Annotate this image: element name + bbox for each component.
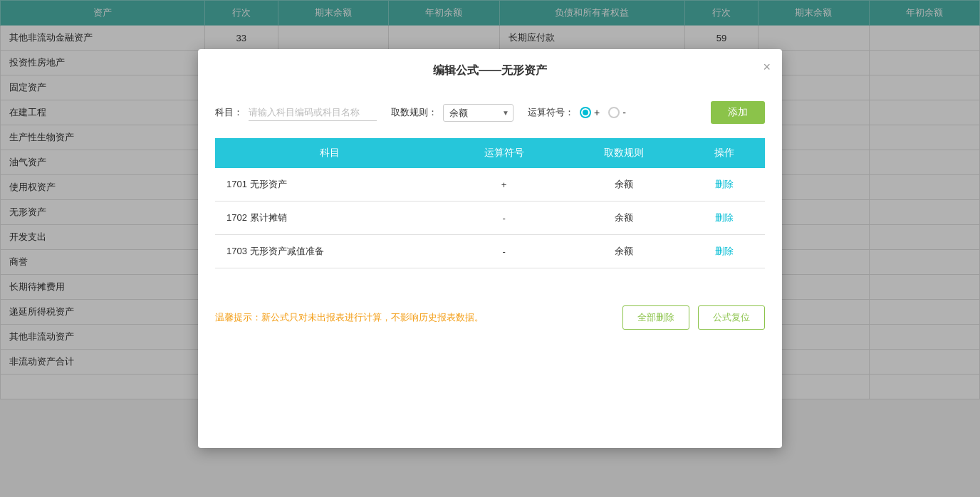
formula-table: 科目运算符号取数规则操作 1701 无形资产+余额删除1702 累计摊销-余额删…	[215, 138, 765, 268]
modal-title: 编辑公式——无形资产	[433, 64, 547, 76]
rule-select-wrapper: 余额借方贷方借方发生额贷方发生额 ▼	[443, 104, 514, 122]
modal-footer: 温馨提示：新公式只对未出报表进行计算，不影响历史报表数据。 全部删除 公式复位	[198, 294, 782, 344]
formula-row: 1703 无形资产减值准备-余额删除	[215, 235, 765, 268]
delete-row-button[interactable]: 删除	[715, 211, 734, 224]
formula-th: 科目	[215, 138, 444, 168]
formula-th: 运算符号	[444, 138, 564, 168]
delete-all-button[interactable]: 全部删除	[622, 305, 689, 330]
formula-table-header-row: 科目运算符号取数规则操作	[215, 138, 765, 168]
delete-row-button[interactable]: 删除	[715, 178, 734, 191]
radio-minus-circle	[608, 107, 620, 118]
formula-operator-cell: +	[444, 168, 564, 202]
formula-table-body: 1701 无形资产+余额删除1702 累计摊销-余额删除1703 无形资产减值准…	[215, 168, 765, 268]
rule-group: 取数规则： 余额借方贷方借方发生额贷方发生额 ▼	[391, 104, 514, 122]
operator-minus-radio[interactable]: -	[608, 107, 626, 118]
subject-input[interactable]	[249, 104, 377, 121]
close-button[interactable]: ×	[763, 61, 771, 73]
formula-subject-cell: 1703 无形资产减值准备	[215, 235, 444, 268]
formula-operator-cell: -	[444, 235, 564, 268]
formula-th: 操作	[683, 138, 765, 168]
formula-action-cell: 删除	[683, 235, 765, 268]
formula-operator-cell: -	[444, 202, 564, 235]
operator-radio-group: + -	[580, 107, 626, 118]
edit-formula-modal: 编辑公式——无形资产 × 科目： 取数规则： 余额借方贷方借方发生额贷方发生额 …	[198, 49, 782, 448]
footer-buttons: 全部删除 公式复位	[622, 305, 765, 330]
formula-subject-cell: 1701 无形资产	[215, 168, 444, 202]
modal-overlay: 编辑公式——无形资产 × 科目： 取数规则： 余额借方贷方借方发生额贷方发生额 …	[0, 0, 980, 497]
operator-label: 运算符号：	[528, 106, 574, 119]
footer-tip: 温馨提示：新公式只对未出报表进行计算，不影响历史报表数据。	[215, 311, 484, 324]
delete-row-button[interactable]: 删除	[715, 245, 734, 258]
modal-body: 科目： 取数规则： 余额借方贷方借方发生额贷方发生额 ▼ 运算符号：	[198, 90, 782, 294]
formula-rule-cell: 余额	[564, 202, 684, 235]
formula-rule-cell: 余额	[564, 168, 684, 202]
formula-subject-cell: 1702 累计摊销	[215, 202, 444, 235]
rule-select[interactable]: 余额借方贷方借方发生额贷方发生额	[443, 104, 514, 122]
formula-action-cell: 删除	[683, 168, 765, 202]
formula-th: 取数规则	[564, 138, 684, 168]
form-row: 科目： 取数规则： 余额借方贷方借方发生额贷方发生额 ▼ 运算符号：	[215, 101, 765, 124]
modal-header: 编辑公式——无形资产 ×	[198, 49, 782, 90]
operator-plus-radio[interactable]: +	[580, 107, 600, 118]
subject-label: 科目：	[215, 106, 243, 119]
formula-action-cell: 删除	[683, 202, 765, 235]
add-button[interactable]: 添加	[711, 101, 765, 124]
operator-minus-label: -	[622, 107, 626, 118]
formula-row: 1701 无形资产+余额删除	[215, 168, 765, 202]
rule-label: 取数规则：	[391, 106, 437, 119]
operator-group: 运算符号： + -	[528, 106, 626, 119]
formula-row: 1702 累计摊销-余额删除	[215, 202, 765, 235]
radio-plus-circle	[580, 107, 591, 118]
reset-formula-button[interactable]: 公式复位	[698, 305, 765, 330]
formula-rule-cell: 余额	[564, 235, 684, 268]
operator-plus-label: +	[594, 107, 600, 118]
subject-group: 科目：	[215, 104, 377, 121]
formula-table-head: 科目运算符号取数规则操作	[215, 138, 765, 168]
